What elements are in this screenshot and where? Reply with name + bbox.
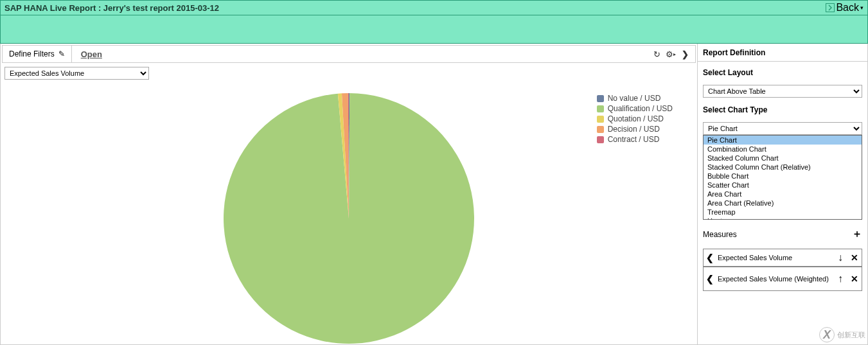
legend-swatch-icon xyxy=(597,126,604,133)
chart-legend: No value / USDQualification / USDQuotati… xyxy=(597,94,673,145)
back-button[interactable]: Back ▾ xyxy=(826,2,864,13)
legend-swatch-icon xyxy=(597,105,604,112)
define-filters-button[interactable]: Define Filters ✎ xyxy=(3,46,71,62)
chart-type-option[interactable]: Combination Chart xyxy=(704,145,862,154)
layout-select[interactable]: Chart Above Table xyxy=(703,85,862,98)
move-up-icon[interactable]: ↑ xyxy=(833,273,847,285)
legend-item: Contract / USD xyxy=(597,135,673,144)
panel-title: Report Definition xyxy=(698,44,867,62)
measure-row-label: Expected Sales Volume xyxy=(716,254,833,261)
legend-label: Contract / USD xyxy=(608,135,660,144)
legend-item: Qualification / USD xyxy=(597,104,673,113)
remove-measure-icon[interactable]: ✕ xyxy=(847,274,862,284)
legend-label: Qualification / USD xyxy=(608,104,673,113)
measure-row: ❮ Expected Sales Volume (Weighted) ↑ ✕ xyxy=(703,267,862,291)
chart-type-option[interactable]: Area Chart (Relative) xyxy=(704,199,862,208)
legend-label: Quotation / USD xyxy=(608,114,664,123)
measure-select[interactable]: Expected Sales Volume xyxy=(4,67,149,80)
refresh-icon[interactable]: ↻ xyxy=(651,49,662,59)
measure-collapse-chevron-icon[interactable]: ❮ xyxy=(704,274,716,284)
remove-measure-icon[interactable]: ✕ xyxy=(847,252,862,263)
report-main: Define Filters ✎ Open ↻ ⚙▸ ❯ Expected Sa… xyxy=(1,44,697,344)
legend-swatch-icon xyxy=(597,136,604,143)
chart-type-option[interactable]: Area Chart xyxy=(704,190,862,199)
chart-type-select[interactable]: Pie Chart xyxy=(703,122,862,135)
measure-collapse-chevron-icon[interactable]: ❮ xyxy=(704,252,716,263)
chart-type-option[interactable]: Stacked Column Chart xyxy=(704,154,862,163)
report-toolbar: Define Filters ✎ Open ↻ ⚙▸ ❯ xyxy=(2,45,696,63)
legend-item: No value / USD xyxy=(597,94,673,103)
define-filters-label: Define Filters xyxy=(9,49,55,58)
measure-row: ❮ Expected Sales Volume ↓ ✕ xyxy=(703,249,862,267)
window-titlebar: SAP HANA Live Report : Jerry's test repo… xyxy=(0,0,868,15)
select-chart-type-label: Select Chart Type xyxy=(703,105,862,114)
measures-label: Measures xyxy=(703,230,737,239)
open-link[interactable]: Open xyxy=(72,49,111,59)
settings-gear-icon[interactable]: ⚙▸ xyxy=(666,49,676,59)
legend-label: Decision / USD xyxy=(608,125,660,134)
chart-type-option[interactable]: Bubble Chart xyxy=(704,172,862,181)
chart-area: No value / USDQualification / USDQuotati… xyxy=(1,82,697,344)
chart-type-option[interactable]: Stacked Column Chart (Relative) xyxy=(704,163,862,172)
legend-label: No value / USD xyxy=(608,94,661,103)
legend-swatch-icon xyxy=(597,116,604,123)
chart-type-dropdown: Pie ChartCombination ChartStacked Column… xyxy=(703,135,862,220)
back-arrow-icon xyxy=(826,3,835,12)
chart-type-option[interactable]: Heatmap xyxy=(704,217,862,219)
pencil-icon: ✎ xyxy=(58,49,65,58)
measure-row-label: Expected Sales Volume (Weighted) xyxy=(716,275,833,283)
window-title: SAP HANA Live Report : Jerry's test repo… xyxy=(4,3,219,13)
chart-type-option[interactable]: Treemap xyxy=(704,208,862,217)
legend-item: Quotation / USD xyxy=(597,114,673,123)
back-dropdown-caret-icon: ▾ xyxy=(860,4,864,11)
legend-swatch-icon xyxy=(597,95,604,102)
chart-type-option[interactable]: Scatter Chart xyxy=(704,181,862,190)
back-label: Back xyxy=(836,2,859,13)
report-definition-panel: Report Definition Select Layout Chart Ab… xyxy=(697,44,867,344)
add-measure-icon[interactable]: ＋ xyxy=(852,227,862,241)
move-down-icon[interactable]: ↓ xyxy=(833,252,847,263)
select-layout-label: Select Layout xyxy=(703,68,862,77)
expand-chevron-icon[interactable]: ❯ xyxy=(680,49,690,59)
header-band xyxy=(0,15,868,44)
legend-item: Decision / USD xyxy=(597,125,673,134)
chart-type-option[interactable]: Pie Chart xyxy=(704,136,862,145)
pie-chart xyxy=(220,90,477,345)
